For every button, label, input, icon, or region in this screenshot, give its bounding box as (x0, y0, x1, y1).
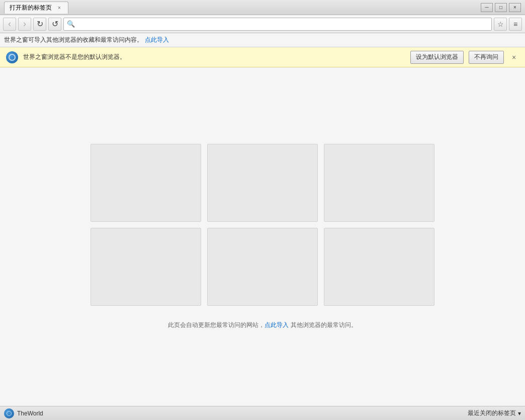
thumbnail-2[interactable] (207, 144, 318, 222)
status-left: TheWorld (4, 408, 43, 418)
import-link[interactable]: 点此导入 (145, 36, 169, 44)
minimize-button[interactable]: ─ (481, 3, 493, 12)
chevron-down-icon: ▾ (518, 410, 521, 417)
notification-text: 世界之窗浏览器不是您的默认浏览器。 (23, 53, 405, 61)
bottom-text: 此页会自动更新您最常访问的网站，点此导入 其他浏览器的最常访问。 (168, 321, 357, 329)
restore-button[interactable]: □ (495, 3, 507, 12)
tab-close-button[interactable]: × (56, 4, 63, 11)
recent-tabs-label: 最近关闭的标签页 (468, 409, 516, 417)
title-bar: 打开新的标签页 × ─ □ × (0, 0, 525, 15)
tab-label: 打开新的标签页 (10, 4, 52, 12)
undo-button[interactable]: ↺ (48, 18, 61, 31)
info-text: 世界之窗可导入其他浏览器的收藏和最常访问内容。 (4, 36, 143, 44)
forward-icon: › (23, 19, 26, 29)
status-browser-icon (4, 408, 14, 418)
dismiss-button[interactable]: 不再询问 (469, 51, 504, 64)
address-input[interactable] (77, 21, 488, 28)
forward-button[interactable]: › (18, 18, 31, 31)
info-bar: 世界之窗可导入其他浏览器的收藏和最常访问内容。 点此导入 (0, 33, 525, 47)
thumbnail-6[interactable] (324, 228, 434, 306)
bottom-import-link[interactable]: 点此导入 (265, 321, 289, 328)
thumbnail-grid (91, 144, 434, 306)
tab-area: 打开新的标签页 × (4, 2, 68, 14)
window-controls: ─ □ × (481, 3, 521, 12)
menu-button[interactable]: ≡ (509, 18, 522, 31)
bottom-prefix: 此页会自动更新您最常访问的网站， (168, 321, 265, 328)
notification-bar: 世界之窗浏览器不是您的默认浏览器。 设为默认浏览器 不再询问 × (0, 47, 525, 67)
notification-close-button[interactable]: × (509, 52, 519, 62)
back-icon: ‹ (8, 19, 11, 29)
status-bar: TheWorld 最近关闭的标签页 ▾ (0, 406, 525, 420)
menu-icon: ≡ (513, 20, 517, 28)
thumbnail-4[interactable] (91, 228, 201, 306)
undo-icon: ↺ (52, 19, 58, 29)
search-icon: 🔍 (67, 20, 75, 28)
thumbnail-3[interactable] (324, 144, 434, 222)
main-content: 此页会自动更新您最常访问的网站，点此导入 其他浏览器的最常访问。 (0, 67, 525, 406)
brand-name: TheWorld (17, 410, 43, 417)
bookmark-icon: ☆ (497, 20, 504, 28)
bookmark-button[interactable]: ☆ (494, 18, 507, 31)
recent-tabs-button[interactable]: 最近关闭的标签页 ▾ (468, 409, 521, 417)
refresh-icon: ↻ (37, 19, 43, 29)
thumbnail-1[interactable] (91, 144, 201, 222)
set-default-button[interactable]: 设为默认浏览器 (410, 51, 464, 64)
bottom-suffix: 其他浏览器的最常访问。 (289, 321, 357, 328)
thumbnail-5[interactable] (207, 228, 318, 306)
back-button[interactable]: ‹ (3, 18, 16, 31)
browser-logo-icon (6, 51, 18, 63)
active-tab[interactable]: 打开新的标签页 × (4, 2, 68, 14)
close-button[interactable]: × (509, 3, 521, 12)
address-bar[interactable]: 🔍 (63, 18, 492, 31)
refresh-button[interactable]: ↻ (33, 18, 46, 31)
nav-bar: ‹ › ↻ ↺ 🔍 ☆ ≡ (0, 15, 525, 33)
